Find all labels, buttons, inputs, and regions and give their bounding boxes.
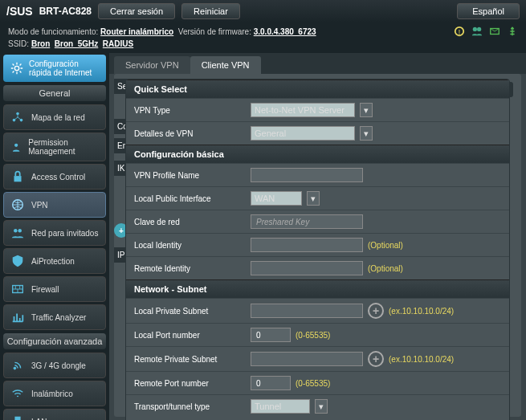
gear-icon — [10, 61, 24, 75]
sidebar-item-label: LAN — [31, 418, 47, 421]
sidebar-item-label: Red para invitados — [31, 229, 98, 238]
sidebar-item-firewall[interactable]: Firewall — [3, 276, 106, 302]
subnet-hint: (ex.10.10.10.0/24) — [389, 307, 454, 316]
signal-icon — [10, 358, 25, 373]
language-button[interactable]: Español — [457, 3, 520, 19]
sidebar-item-label: Traffic Analyzer — [31, 313, 86, 322]
ssid-label: SSID: — [8, 39, 29, 48]
brand-logo: /SUS — [6, 5, 33, 18]
sidebar-item-access-control[interactable]: Access Control — [3, 164, 106, 190]
reboot-button[interactable]: Reiniciar — [181, 3, 240, 19]
tab-bar: Servidor VPN Cliente VPN — [109, 53, 526, 74]
svg-point-9 — [14, 144, 18, 147]
port-hint: (0-65535) — [296, 331, 330, 340]
svg-point-6 — [16, 112, 19, 116]
sidebar-item-network-map[interactable]: Mapa de la red — [3, 104, 106, 130]
ssid-3[interactable]: RADIUS — [103, 39, 133, 48]
input-local-private-subnet[interactable] — [251, 304, 363, 318]
sidebar-item-vpn[interactable]: VPN — [3, 192, 106, 218]
select-vpn-details[interactable]: General — [251, 126, 355, 141]
dropdown-icon[interactable]: ▾ — [360, 126, 373, 141]
qis-line1: Configuración — [29, 59, 92, 68]
network-icon — [10, 110, 25, 124]
mode-label: Modo de funcionamiento: — [8, 27, 98, 36]
sidebar-item-label: 3G / 4G dongle — [31, 361, 86, 370]
label-local-interface: Local Public Interface — [134, 194, 251, 203]
input-network-key[interactable] — [251, 214, 363, 229]
svg-rect-10 — [14, 176, 22, 181]
input-remote-identity[interactable] — [251, 261, 363, 275]
tab-vpn-client[interactable]: Cliente VPN — [190, 56, 261, 74]
sidebar-item-guest-network[interactable]: Red para invitados — [3, 220, 106, 246]
logout-button[interactable]: Cerrar sesión — [98, 3, 175, 19]
vpn-config-dialog: Quick Select VPN TypeNet-to-Net VPN Serv… — [125, 79, 510, 420]
qis-line2: rápida de Internet — [29, 68, 92, 77]
input-profile-name[interactable] — [251, 168, 363, 182]
svg-point-13 — [18, 229, 22, 233]
top-bar: /SUS BRT-AC828 Cerrar sesión Reiniciar E… — [0, 0, 526, 22]
sidebar-item-permission[interactable]: Permission Management — [3, 133, 106, 161]
ssid-1[interactable]: Bron — [31, 39, 50, 48]
tab-vpn-server[interactable]: Servidor VPN — [114, 56, 190, 74]
port-hint: (0-65535) — [296, 379, 330, 388]
svg-point-3 — [477, 27, 481, 31]
sidebar-item-traffic-analyzer[interactable]: Traffic Analyzer — [3, 304, 106, 330]
add-subnet-button[interactable]: + — [368, 303, 384, 319]
add-subnet-button[interactable]: + — [368, 351, 384, 367]
svg-point-12 — [14, 229, 18, 233]
sidebar-item-label: Firewall — [31, 285, 59, 294]
section-network-subnet: Network - Subnet — [126, 279, 509, 298]
sidebar-item-label: Inalámbrico — [31, 389, 73, 398]
sidebar-item-label: AiProtection — [31, 257, 75, 266]
info-bar: ! Modo de funcionamiento: Router inalámb… — [0, 22, 526, 53]
select-local-interface[interactable]: WAN — [251, 191, 302, 206]
lan-icon — [10, 414, 25, 420]
input-remote-port[interactable] — [251, 376, 291, 390]
svg-rect-16 — [14, 417, 20, 420]
optional-hint: (Optional) — [368, 264, 403, 273]
sidebar: Configuraciónrápida de Internet General … — [0, 53, 109, 420]
dropdown-icon[interactable]: ▾ — [360, 103, 373, 117]
wifi-icon — [10, 386, 25, 401]
user-icon — [10, 140, 22, 154]
svg-text:!: ! — [459, 28, 460, 36]
sidebar-item-label: Access Control — [31, 173, 85, 181]
label-vpn-details: Detalles de VPN — [134, 129, 251, 138]
ssid-2[interactable]: Bron_5GHz — [55, 39, 98, 48]
label-profile-name: VPN Profile Name — [134, 171, 251, 180]
svg-point-15 — [14, 367, 17, 370]
model-number: BRT-AC828 — [39, 6, 92, 17]
sidebar-item-wireless[interactable]: Inalámbrico — [3, 381, 106, 406]
label-local-identity: Local Identity — [134, 241, 251, 250]
sidebar-item-label: Mapa de la red — [31, 113, 85, 122]
sidebar-item-dongle[interactable]: 3G / 4G dongle — [3, 353, 106, 378]
section-quick-select: Quick Select — [126, 80, 509, 98]
info-icon[interactable]: ! — [454, 26, 465, 37]
firewall-icon — [10, 282, 25, 296]
sidebar-item-aiprotection[interactable]: AiProtection — [3, 248, 106, 274]
optional-hint: (Optional) — [368, 241, 403, 250]
subnet-hint: (ex.10.10.10.0/24) — [389, 355, 454, 364]
label-remote-port: Remote Port number — [134, 379, 251, 388]
usb-icon[interactable] — [507, 26, 518, 37]
vpn-icon — [10, 198, 25, 212]
dropdown-icon[interactable]: ▾ — [315, 399, 328, 414]
select-vpn-type[interactable]: Net-to-Net VPN Server — [251, 103, 355, 117]
input-local-port[interactable] — [251, 328, 291, 342]
label-remote-private-subnet: Remote Private Subnet — [134, 355, 251, 364]
dropdown-icon[interactable]: ▾ — [307, 191, 320, 206]
users-icon[interactable] — [471, 26, 483, 37]
label-tunnel-type: Transport/tunnel type — [134, 402, 251, 411]
sidebar-item-lan[interactable]: LAN — [3, 409, 106, 420]
select-tunnel-type[interactable]: Tunnel — [251, 399, 310, 414]
input-local-identity[interactable] — [251, 238, 363, 252]
fw-value[interactable]: 3.0.0.4.380_6723 — [254, 27, 316, 36]
quick-setup-button[interactable]: Configuraciónrápida de Internet — [3, 55, 106, 82]
label-network-key: Clave de red — [134, 218, 251, 226]
mode-value[interactable]: Router inalámbrico — [100, 27, 173, 36]
input-remote-private-subnet[interactable] — [251, 352, 363, 366]
label-local-port: Local Port number — [134, 331, 251, 340]
chart-icon — [10, 310, 25, 324]
mail-icon[interactable] — [489, 26, 500, 37]
fw-label: Versión de firmware: — [178, 27, 251, 36]
